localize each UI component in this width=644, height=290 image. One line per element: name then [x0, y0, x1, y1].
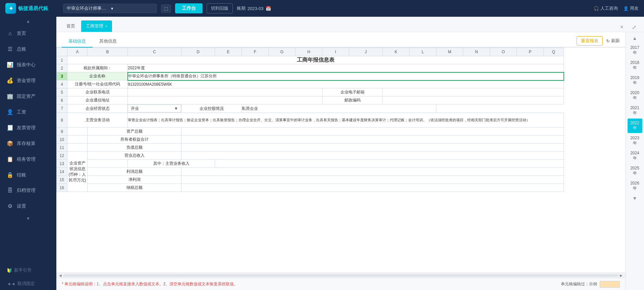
cell-12-value[interactable]	[181, 152, 564, 160]
sidebar-item-archive[interactable]: 🗄 归档管理	[0, 183, 56, 198]
sidebar-label-archive: 归档管理	[17, 188, 36, 194]
col-header-a[interactable]: A	[67, 48, 88, 56]
year-2020[interactable]: 2020年	[628, 88, 642, 103]
workbench-button[interactable]: 工作台	[175, 3, 203, 13]
col-header-j[interactable]: J	[349, 48, 383, 56]
sidebar-item-closing[interactable]: 🔒 结账	[0, 167, 56, 183]
year-2026[interactable]: 2026年	[628, 179, 642, 193]
col-header-m[interactable]: M	[436, 48, 463, 56]
sidebar-scroll-up[interactable]: ▲	[0, 17, 56, 26]
sidebar-item-report-center[interactable]: 📊 报表中心	[0, 57, 56, 73]
reset-report-button[interactable]: 重置报表	[577, 36, 603, 46]
cell-4-value[interactable]: 91320100MA208E5W6K	[128, 80, 564, 88]
horizontal-scrollbar[interactable]: ◀ ▶	[56, 273, 625, 278]
cell-6-value2[interactable]	[383, 96, 564, 104]
cell-9-group	[67, 128, 88, 136]
year-2019[interactable]: 2019年	[628, 73, 642, 88]
cell-9-value[interactable]	[181, 128, 564, 136]
sidebar-label-closing: 结账	[17, 172, 26, 178]
sidebar-scroll-down[interactable]: ▼	[0, 214, 56, 223]
year-2022[interactable]: 2022年	[628, 119, 642, 133]
row-num-9: 9	[57, 128, 67, 136]
sidebar-item-inventory[interactable]: 📦 库存核算	[0, 136, 56, 151]
cell-6-value1[interactable]	[128, 96, 322, 104]
col-header-d[interactable]: D	[181, 48, 215, 56]
calendar-icon[interactable]: 📅	[266, 6, 271, 11]
col-header-e[interactable]: E	[215, 48, 242, 56]
cell-14-label: 利润总额	[88, 168, 181, 176]
cell-title[interactable]: 工商年报信息表	[67, 56, 564, 64]
scroll-right-button[interactable]: ▶	[619, 273, 624, 278]
col-header-q[interactable]: Q	[544, 48, 564, 56]
cell-14-value[interactable]	[181, 168, 564, 176]
service-label: 人工咨询	[600, 5, 618, 11]
tab-business-management[interactable]: 工商管理 ×	[81, 20, 112, 32]
col-header-k[interactable]: K	[383, 48, 410, 56]
cell-10-value[interactable]	[181, 136, 564, 144]
cancel-fixed[interactable]: ◄◄ 取消固定	[0, 277, 56, 290]
sidebar-item-settings[interactable]: ⚙ 设置	[0, 198, 56, 214]
user-button[interactable]: 👤 用友	[623, 5, 639, 11]
edit-hint: * 单元格编辑说明：1、点击单元格直接录入数值或文本。2、清空单元格数值或文本恢…	[62, 281, 238, 287]
sidebar-item-fixed-assets[interactable]: 🏢 固定资产	[0, 88, 56, 104]
cell-5-value1[interactable]	[128, 88, 322, 96]
cell-3-value[interactable]: 中审众环会计师事务所（特殊普通合伙）江苏分所	[128, 72, 564, 80]
col-header-n[interactable]: N	[463, 48, 490, 56]
service-button[interactable]: 🎧 人工咨询	[594, 5, 618, 11]
cell-5-value2[interactable]	[383, 88, 564, 96]
sub-tab-basic[interactable]: 基础信息	[62, 36, 93, 48]
cell-11-value[interactable]	[181, 144, 564, 152]
sub-tabs: 基础信息 其他信息 重置报表 ↻ 刷新	[56, 32, 625, 48]
sub-tab-other[interactable]: 其他信息	[93, 36, 123, 48]
col-header-i[interactable]: I	[322, 48, 349, 56]
spreadsheet-container[interactable]: A B C D E F G H I J K L	[56, 48, 625, 273]
period-value: 2023-03	[248, 6, 264, 11]
cell-2-value[interactable]: 2022年度	[128, 64, 564, 72]
year-2023[interactable]: 2023年	[628, 134, 642, 148]
col-header-l[interactable]: L	[410, 48, 436, 56]
sidebar-item-general-ledger[interactable]: ☰ 总账	[0, 41, 56, 57]
year-2024[interactable]: 2024年	[628, 149, 642, 163]
sidebar-item-fund-management[interactable]: 💰 资金管理	[0, 73, 56, 88]
year-scroll-up[interactable]: ▲	[628, 33, 642, 43]
scroll-track[interactable]	[63, 274, 619, 277]
col-header-o[interactable]: O	[490, 48, 517, 56]
close-icon[interactable]: ×	[617, 22, 627, 32]
tab-close-icon[interactable]: ×	[105, 24, 107, 28]
cell-7-value2[interactable]: 私营企业	[242, 104, 436, 113]
sidebar-item-tax[interactable]: 📋 税务管理	[0, 151, 56, 167]
sidebar-item-invoice[interactable]: 🧾 发票管理	[0, 120, 56, 136]
sidebar-item-payroll[interactable]: 👤 工资	[0, 104, 56, 120]
year-2018[interactable]: 2018年	[628, 58, 642, 73]
company-selector[interactable]: 中审众环会计师事务所（特殊普通合伙...） ▾	[63, 4, 157, 13]
scroll-left-button[interactable]: ◀	[58, 273, 63, 278]
year-2025[interactable]: 2025年	[628, 164, 642, 178]
company-name: 中审众环会计师事务所（特殊普通合伙...）	[67, 5, 109, 11]
year-2017[interactable]: 2017年	[628, 43, 642, 58]
cell-10-group	[67, 136, 88, 144]
invoice-icon: 🧾	[7, 125, 13, 131]
row-14: 14 利润总额	[57, 168, 564, 176]
tab-home[interactable]: 首页	[62, 20, 80, 32]
col-header-p[interactable]: P	[517, 48, 544, 56]
col-header-h[interactable]: H	[296, 48, 322, 56]
col-header-c[interactable]: C	[128, 48, 181, 56]
cell-13-value[interactable]	[215, 160, 564, 168]
col-header-b[interactable]: B	[88, 48, 128, 56]
cell-8-value[interactable]: 审查企业会计报表；出具审计报告；验证企业资本；出具验资报告；办理企业合开、分立、…	[128, 113, 564, 128]
sidebar-label-home: 首页	[17, 30, 26, 37]
old-version-button[interactable]: 切到旧版	[207, 3, 233, 13]
refresh-button[interactable]: ↻ 刷新	[606, 38, 620, 44]
cell-15-value[interactable]	[181, 176, 564, 184]
cell-2-label: 税款所属期间：	[67, 64, 128, 72]
copy-button[interactable]: ⬚	[161, 4, 171, 13]
year-2021[interactable]: 2021年	[628, 103, 642, 118]
cell-16-value[interactable]	[181, 184, 564, 192]
col-header-f[interactable]: F	[242, 48, 269, 56]
col-header-g[interactable]: G	[269, 48, 296, 56]
cell-7-value1[interactable]: 开业▼	[128, 104, 181, 113]
new-guide[interactable]: 🔰 新手引导	[0, 263, 56, 277]
sidebar-item-home[interactable]: ⌂ 首页	[0, 26, 56, 41]
resize-icon[interactable]: ⤢	[629, 22, 639, 32]
year-scroll-down[interactable]: ▼	[628, 194, 642, 203]
